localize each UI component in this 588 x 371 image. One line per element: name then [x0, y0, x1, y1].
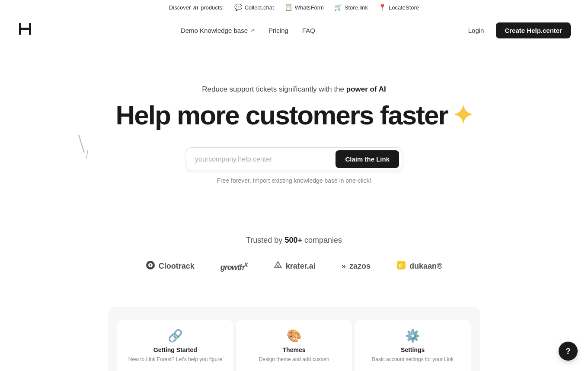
preview-card-getting-started: 🔗 Getting Started New to Link Forest? Le…	[117, 320, 234, 371]
help-button[interactable]: ?	[559, 342, 578, 361]
company-krater: krater.ai	[274, 261, 316, 272]
url-prefix: yourcompany.help.center	[195, 155, 272, 163]
product-whatsform[interactable]: 📋 WhatsForm	[284, 3, 324, 11]
create-button[interactable]: Create Help.center	[496, 22, 571, 38]
zazos-icon: »	[342, 262, 346, 271]
collect-chat-icon: 💬	[234, 3, 243, 11]
themes-icon: 🎨	[243, 329, 345, 343]
preview-section: 🔗 Getting Started New to Link Forest? Le…	[108, 307, 480, 371]
url-input-container: yourcompany.help.center Claim the Link	[186, 147, 402, 171]
company-name-input[interactable]	[272, 155, 332, 163]
product-store-link[interactable]: 🛒 Store.link	[334, 3, 368, 11]
preview-title-getting-started: Getting Started	[124, 346, 227, 353]
hero-subtitle: Reduce support tickets significantly wit…	[9, 85, 579, 94]
nav-actions: Login Create Help.center	[463, 22, 571, 38]
product-locate-store[interactable]: 📍 LocateStore	[378, 3, 419, 11]
navbar: Demo Knowledge base ↗ Pricing FAQ Login …	[0, 15, 588, 46]
svg-point-7	[277, 265, 279, 267]
hero-note: Free forever. Import existing knowledge …	[217, 177, 371, 184]
store-link-icon: 🛒	[334, 3, 342, 11]
discover-text: Discover m products:	[169, 4, 224, 11]
brand-icon: m	[193, 4, 198, 11]
krater-icon	[274, 261, 282, 272]
nav-pricing[interactable]: Pricing	[268, 27, 288, 34]
nav-demo-kb[interactable]: Demo Knowledge base ↗	[181, 27, 255, 34]
company-growthx: growthX	[220, 261, 248, 272]
nav-links: Demo Knowledge base ↗ Pricing FAQ	[181, 27, 315, 34]
preview-desc-themes: Design theme and add custom	[243, 356, 345, 363]
whatsform-icon: 📋	[284, 3, 293, 11]
login-button[interactable]: Login	[463, 23, 489, 38]
trusted-section: Trusted by 500+ companies Clootrack grow…	[0, 210, 588, 289]
preview-title-settings: Settings	[361, 346, 464, 353]
getting-started-icon: 🔗	[124, 329, 227, 343]
nav-faq[interactable]: FAQ	[302, 27, 315, 34]
preview-card-themes: 🎨 Themes Design theme and add custom	[236, 320, 353, 371]
sparkle-icon: ✦	[452, 101, 473, 129]
top-bar: Discover m products: 💬 Collect.chat 📋 Wh…	[0, 0, 588, 15]
trusted-text: Trusted by 500+ companies	[9, 236, 579, 245]
preview-card-settings: ⚙️ Settings Basic account settings for y…	[354, 320, 471, 371]
svg-text:d: d	[399, 263, 402, 269]
product-collect-chat[interactable]: 💬 Collect.chat	[234, 3, 274, 11]
svg-point-5	[150, 264, 151, 266]
external-link-icon: ↗	[250, 27, 255, 34]
settings-icon: ⚙️	[361, 329, 464, 343]
locate-store-icon: 📍	[378, 3, 387, 11]
growthx-label: growthX	[220, 261, 248, 272]
preview-title-themes: Themes	[243, 346, 345, 353]
preview-desc-getting-started: New to Link Forest? Let's help you figur…	[124, 356, 227, 363]
company-dukaan: d dukaan®	[396, 260, 442, 272]
hero-section: ╲ | Reduce support tickets significantly…	[0, 46, 588, 210]
clootrack-icon	[146, 260, 155, 272]
claim-link-button[interactable]: Claim the Link	[336, 150, 399, 168]
preview-desc-settings: Basic account settings for your Link	[361, 356, 464, 363]
company-clootrack: Clootrack	[146, 260, 195, 272]
svg-rect-2	[29, 23, 31, 35]
company-zazos: » zazos	[342, 262, 371, 271]
hero-title: Help more customers faster ✦	[9, 101, 579, 130]
dukaan-icon: d	[396, 260, 406, 272]
logo[interactable]	[17, 21, 33, 40]
companies-row: Clootrack growthX krater.ai » zazos d du…	[9, 260, 579, 272]
